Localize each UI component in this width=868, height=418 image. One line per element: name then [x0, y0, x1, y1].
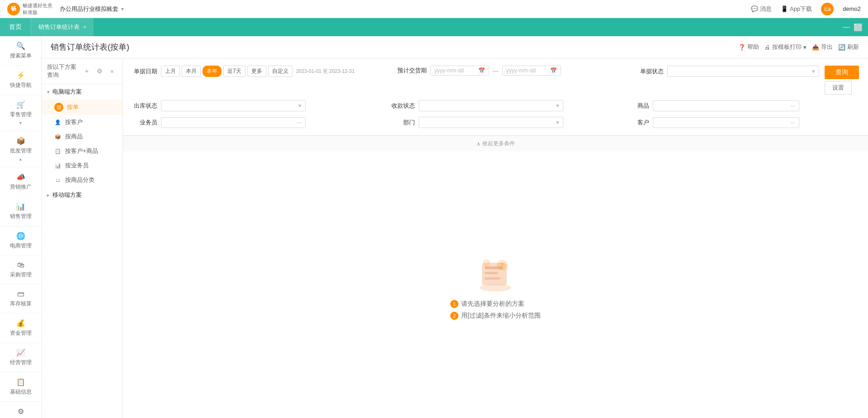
scheme-settings-btn[interactable]: ⚙: [94, 66, 104, 76]
page-title: 销售订单统计表(按单): [51, 42, 129, 52]
scheme-section-mobile-arrow-icon: ▸: [47, 192, 50, 198]
date-range-text: 2023-01-01 至 2023-12-31: [296, 68, 355, 75]
user-name: demo2: [843, 5, 861, 12]
retail-arrow-icon: ▾: [19, 120, 22, 125]
customer-label: 客户: [624, 119, 649, 127]
collapse-btn[interactable]: ∧ 收起更多条件: [123, 136, 868, 151]
help-btn[interactable]: ❓ 帮助: [738, 43, 759, 51]
export-btn[interactable]: 📤 导出: [812, 43, 833, 51]
sidebar-item-sales[interactable]: 📊 销售管理: [0, 197, 41, 226]
window-max-btn[interactable]: ⬜: [854, 23, 863, 32]
status-label: 单据状态: [638, 67, 664, 76]
sidebar-item-purchase[interactable]: 🛍 采购管理: [0, 256, 41, 285]
scheme-item-by-goods-cat[interactable]: 🗂 按商品分类: [42, 173, 123, 187]
filter-data-panel: 单据日期 上月 本月 本年 近7天 更多 自定义 2023-01-01 至 20…: [123, 58, 868, 418]
sidebar-item-finance[interactable]: 💰 资金管理: [0, 314, 41, 343]
customer-select[interactable]: ···: [653, 117, 799, 128]
empty-state: ? 1 请先选择要分析的方案 2 用[过滤]条件来缩小分析范围: [123, 151, 868, 418]
status-select[interactable]: ▾: [667, 66, 819, 77]
app-download-action[interactable]: 📱 App下载: [781, 5, 812, 13]
customer-more[interactable]: ···: [791, 119, 795, 126]
empty-tip-1: 1 请先选择要分析的方案: [450, 300, 541, 308]
scheme-header: 按以下方案查询 + ⚙ «: [42, 58, 123, 84]
sidebar-item-system[interactable]: ⚙ 系统管理: [0, 402, 41, 418]
pay-select[interactable]: ▾: [419, 100, 563, 111]
date-btn-last-month[interactable]: 上月: [161, 66, 180, 77]
window-min-btn[interactable]: —: [843, 23, 850, 32]
inventory-icon: 🗃: [17, 290, 24, 298]
predict-date-from[interactable]: yyyy-mm-dd 📅: [430, 66, 489, 76]
scheme-header-icons: + ⚙ «: [82, 66, 117, 76]
breadcrumb-text: 办公用品行业模拟账套: [60, 5, 118, 13]
sidebar-item-basic[interactable]: 📋 基础信息: [0, 372, 41, 402]
scheme-section-arrow-icon: ▾: [47, 89, 50, 95]
wholesale-icon: 📦: [16, 137, 25, 145]
sidebar-item-inventory[interactable]: 🗃 库存核算: [0, 285, 41, 314]
breadcrumb-area[interactable]: 办公用品行业模拟账套 ▾: [60, 5, 124, 13]
message-icon: 💬: [751, 5, 758, 12]
scheme-add-btn[interactable]: +: [82, 66, 92, 76]
marketing-icon: 📣: [16, 173, 25, 181]
message-action[interactable]: 💬 消息: [751, 5, 772, 13]
date-btn-group: 上月 本月 本年 近7天 更多 自定义: [161, 66, 292, 77]
tab-home[interactable]: 首页: [0, 18, 31, 36]
scheme-item-by-cust-goods[interactable]: 📋 按客户+商品: [42, 144, 123, 158]
sidebar-item-retail[interactable]: 🛒 零售管理 ▾: [0, 95, 41, 131]
sidebar-item-operation[interactable]: 📈 经营管理: [0, 343, 41, 372]
date-range-sep: —: [493, 67, 499, 74]
tab-active[interactable]: 销售订单统计表 ×: [31, 18, 94, 36]
main-area: 🔍 搜索菜单 ⚡ 快捷导航 🛒 零售管理 ▾ 📦 批发管理 ▴ 📣 营销推广 📊…: [0, 36, 868, 418]
outbound-arrow-icon: ▾: [298, 102, 302, 109]
by-customer-icon: 👤: [54, 119, 61, 126]
help-icon: ❓: [738, 44, 745, 51]
predict-date-to[interactable]: yyyy-mm-dd 📅: [502, 66, 561, 76]
tab-bar-actions: — ⬜: [843, 23, 863, 32]
operation-icon: 📈: [16, 348, 25, 357]
dept-select[interactable]: ▾: [419, 117, 563, 128]
sidebar-item-wholesale[interactable]: 📦 批发管理 ▴: [0, 131, 41, 167]
date-btn-this-year[interactable]: 本年: [203, 66, 222, 77]
dept-label: 部门: [390, 119, 415, 127]
date-btn-last7[interactable]: 近7天: [223, 66, 245, 77]
by-goods-cat-icon: 🗂: [54, 176, 61, 184]
salesperson-more[interactable]: ···: [297, 119, 302, 126]
filter-section: 单据日期 上月 本月 本年 近7天 更多 自定义 2023-01-01 至 20…: [123, 58, 868, 136]
outbound-select[interactable]: ▾: [161, 100, 306, 111]
scheme-item-by-goods[interactable]: 📦 按商品: [42, 129, 123, 144]
print-btn[interactable]: 🖨 按模板打印 ▾: [764, 43, 807, 51]
sidebar-item-quick-nav[interactable]: ⚡ 快捷导航: [0, 66, 41, 95]
goods-more[interactable]: ···: [791, 103, 795, 109]
sidebar: 🔍 搜索菜单 ⚡ 快捷导航 🛒 零售管理 ▾ 📦 批发管理 ▴ 📣 营销推广 📊…: [0, 36, 42, 418]
sidebar-item-search-menu[interactable]: 🔍 搜索菜单: [0, 36, 41, 66]
scheme-section-pc-title[interactable]: ▾ 电脑端方案: [42, 84, 123, 100]
logo-area: 畅 畅捷通好生意 标准版: [7, 2, 52, 15]
pay-label: 收款状态: [390, 102, 415, 110]
scheme-item-by-customer[interactable]: 👤 按客户: [42, 115, 123, 129]
salesperson-select[interactable]: ···: [161, 117, 306, 128]
scheme-item-by-salesperson[interactable]: 📊 按业务员: [42, 158, 123, 173]
print-arrow-icon: ▾: [803, 44, 807, 51]
goods-select[interactable]: ···: [653, 100, 799, 111]
predict-date-to-calendar-icon: 📅: [550, 67, 557, 74]
tip-1-num: 1: [450, 300, 458, 308]
date-btn-custom[interactable]: 自定义: [268, 66, 292, 77]
svg-rect-4: [485, 277, 500, 280]
query-btn[interactable]: 查询: [825, 66, 859, 79]
date-label: 单据日期: [132, 67, 157, 76]
sales-icon: 📊: [16, 202, 25, 211]
date-btn-more[interactable]: 更多: [247, 66, 266, 77]
by-cust-goods-icon: 📋: [54, 147, 61, 155]
svg-point-7: [483, 259, 490, 266]
date-btn-this-month[interactable]: 本月: [182, 66, 201, 77]
refresh-btn[interactable]: 🔄 刷新: [838, 43, 859, 51]
sidebar-item-marketing[interactable]: 📣 营销推广: [0, 167, 41, 197]
settings-btn[interactable]: 设置: [825, 81, 852, 95]
top-bar-right: 💬 消息 📱 App下载 Ea demo2: [751, 3, 861, 15]
tab-close-icon[interactable]: ×: [83, 24, 86, 30]
scheme-item-by-order[interactable]: 按 按单: [42, 100, 123, 115]
search-menu-icon: 🔍: [16, 42, 25, 50]
sidebar-item-ecom[interactable]: 🌐 电商管理: [0, 226, 41, 256]
scheme-section-mobile-title[interactable]: ▸ 移动端方案: [42, 187, 123, 203]
scheme-collapse-btn[interactable]: «: [107, 66, 117, 76]
dept-arrow-icon: ▾: [556, 119, 559, 126]
